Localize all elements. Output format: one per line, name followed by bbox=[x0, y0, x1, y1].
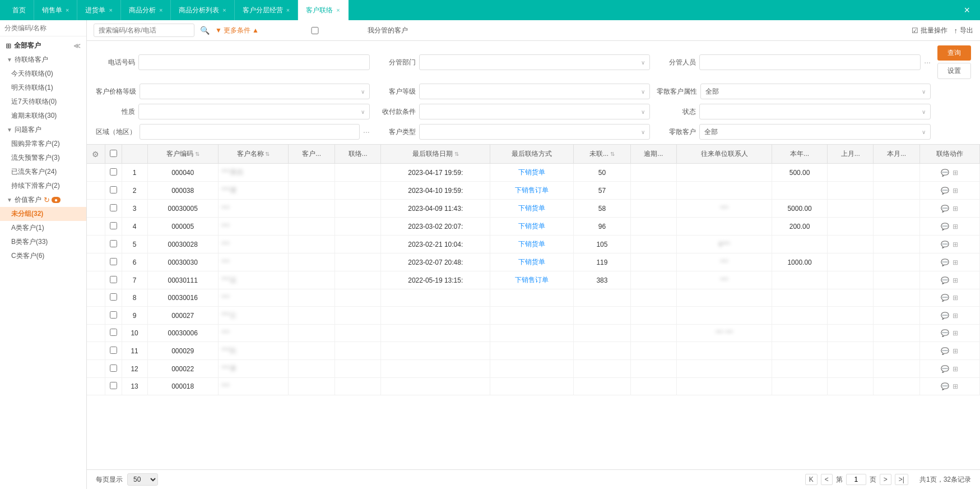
sidebar-item-a-class[interactable]: A类客户(1) bbox=[0, 221, 86, 235]
search-input[interactable] bbox=[94, 24, 194, 37]
payment-select[interactable]: ∨ bbox=[419, 104, 651, 119]
grid-action-icon-10[interactable]: ⊞ bbox=[953, 347, 958, 355]
col-last-date-header[interactable]: 最后联络日期 bbox=[381, 145, 490, 164]
row-checkbox-1[interactable] bbox=[110, 186, 117, 193]
row-last-way-10[interactable] bbox=[490, 342, 574, 360]
reset-button[interactable]: 设置 bbox=[937, 63, 971, 79]
nav-product-analysis[interactable]: 商品分析 × bbox=[121, 0, 171, 20]
col-settings-header[interactable]: ⚙ bbox=[87, 145, 105, 164]
row-check-1[interactable] bbox=[105, 182, 122, 200]
retail-customer-select[interactable]: 全部 ∨ bbox=[699, 124, 931, 140]
close-purchase-tab[interactable]: × bbox=[109, 7, 112, 13]
row-check-3[interactable] bbox=[105, 218, 122, 236]
close-sales-tab[interactable]: × bbox=[66, 7, 69, 13]
row-checkbox-9[interactable] bbox=[110, 329, 117, 336]
row-checkbox-10[interactable] bbox=[110, 347, 117, 354]
grid-action-icon-2[interactable]: ⊞ bbox=[953, 205, 958, 213]
grid-action-icon-9[interactable]: ⊞ bbox=[953, 329, 958, 337]
close-customer-tier-tab[interactable]: × bbox=[286, 7, 290, 13]
nav-product-list[interactable]: 商品分析列表 × bbox=[171, 0, 234, 20]
row-check-4[interactable] bbox=[105, 236, 122, 253]
row-checkbox-12[interactable] bbox=[110, 382, 117, 389]
row-action-6[interactable]: 💬 ⊞ bbox=[919, 271, 979, 289]
row-check-7[interactable] bbox=[105, 289, 122, 307]
grid-action-icon-11[interactable]: ⊞ bbox=[953, 365, 958, 373]
row-last-way-2[interactable]: 下销货单 bbox=[490, 200, 574, 218]
row-last-way-6[interactable]: 下销售订单 bbox=[490, 271, 574, 289]
sidebar-item-churned[interactable]: 已流失客户(24) bbox=[0, 165, 86, 179]
close-all-btn[interactable]: × bbox=[958, 4, 976, 16]
grid-action-icon-4[interactable]: ⊞ bbox=[953, 241, 958, 248]
chat-icon-4[interactable]: 💬 bbox=[941, 241, 949, 248]
region-input[interactable] bbox=[140, 124, 360, 140]
row-checkbox-7[interactable] bbox=[110, 293, 117, 301]
chat-icon-3[interactable]: 💬 bbox=[941, 223, 949, 230]
chat-icon-1[interactable]: 💬 bbox=[941, 187, 949, 195]
row-last-way-7[interactable] bbox=[490, 289, 574, 307]
chat-icon-9[interactable]: 💬 bbox=[941, 329, 949, 337]
row-action-3[interactable]: 💬 ⊞ bbox=[919, 218, 979, 236]
phone-input[interactable] bbox=[138, 54, 370, 70]
sidebar-search-input[interactable] bbox=[4, 24, 87, 32]
chat-icon-0[interactable]: 💬 bbox=[941, 169, 949, 177]
region-dotbtn[interactable]: ··· bbox=[363, 127, 370, 136]
row-action-2[interactable]: 💬 ⊞ bbox=[919, 200, 979, 218]
row-last-way-0[interactable]: 下销货单 bbox=[490, 164, 574, 182]
row-action-1[interactable]: 💬 ⊞ bbox=[919, 182, 979, 200]
row-check-2[interactable] bbox=[105, 200, 122, 218]
row-last-way-5[interactable]: 下销货单 bbox=[490, 253, 574, 271]
chat-icon-11[interactable]: 💬 bbox=[941, 365, 949, 373]
row-checkbox-11[interactable] bbox=[110, 365, 117, 372]
nav-sales[interactable]: 销售单 × bbox=[34, 0, 77, 20]
row-check-12[interactable] bbox=[105, 378, 122, 395]
row-last-way-11[interactable] bbox=[490, 360, 574, 378]
grid-action-icon-3[interactable]: ⊞ bbox=[953, 223, 958, 230]
last-page-btn[interactable]: >| bbox=[895, 474, 908, 485]
col-checkbox-header[interactable] bbox=[105, 145, 122, 164]
manager-input[interactable] bbox=[699, 54, 921, 70]
per-page-select[interactable]: 50 100 200 bbox=[127, 473, 158, 486]
chat-icon-10[interactable]: 💬 bbox=[941, 347, 949, 355]
grid-action-icon-0[interactable]: ⊞ bbox=[953, 169, 958, 177]
grid-action-icon-12[interactable]: ⊞ bbox=[953, 382, 958, 390]
select-all-checkbox[interactable] bbox=[110, 150, 117, 157]
row-checkbox-0[interactable] bbox=[110, 168, 117, 176]
retail-attr-select[interactable]: 全部 ∨ bbox=[700, 84, 931, 99]
row-last-way-3[interactable]: 下销货单 bbox=[490, 218, 574, 236]
next-page-btn[interactable]: > bbox=[880, 474, 891, 485]
grid-action-icon-5[interactable]: ⊞ bbox=[953, 259, 958, 266]
first-page-btn[interactable]: K bbox=[805, 474, 818, 485]
nav-home[interactable]: 首页 bbox=[4, 0, 34, 20]
col-code-header[interactable]: 客户编码 bbox=[147, 145, 218, 164]
price-level-select[interactable]: ∨ bbox=[140, 84, 370, 99]
row-check-9[interactable] bbox=[105, 325, 122, 342]
chat-icon-12[interactable]: 💬 bbox=[941, 382, 949, 390]
grid-action-icon-7[interactable]: ⊞ bbox=[953, 294, 958, 302]
col-unlink-header[interactable]: 未联... bbox=[574, 145, 630, 164]
row-last-way-12[interactable] bbox=[490, 378, 574, 395]
query-button[interactable]: 查询 bbox=[937, 45, 971, 61]
grid-action-icon-1[interactable]: ⊞ bbox=[953, 187, 958, 195]
row-check-8[interactable] bbox=[105, 307, 122, 325]
row-checkbox-3[interactable] bbox=[110, 222, 117, 229]
row-last-way-8[interactable] bbox=[490, 307, 574, 325]
chat-icon-5[interactable]: 💬 bbox=[941, 259, 949, 266]
row-last-way-4[interactable]: 下销货单 bbox=[490, 236, 574, 253]
grid-action-icon-8[interactable]: ⊞ bbox=[953, 312, 958, 320]
sidebar-item-overdue[interactable]: 逾期未联络(30) bbox=[0, 109, 86, 123]
page-number-input[interactable] bbox=[846, 474, 866, 485]
customer-type-select[interactable]: ∨ bbox=[419, 124, 651, 140]
row-action-12[interactable]: 💬 ⊞ bbox=[919, 378, 979, 395]
nav-customer-tier[interactable]: 客户分层经营 × bbox=[235, 0, 298, 20]
status-select[interactable]: ∨ bbox=[699, 104, 931, 119]
refresh-icon[interactable]: ↻ bbox=[44, 196, 50, 204]
row-action-5[interactable]: 💬 ⊞ bbox=[919, 253, 979, 271]
row-check-11[interactable] bbox=[105, 360, 122, 378]
row-last-way-9[interactable] bbox=[490, 325, 574, 342]
row-action-10[interactable]: 💬 ⊞ bbox=[919, 342, 979, 360]
sidebar-collapse-btn[interactable]: ≪ bbox=[73, 42, 81, 50]
sidebar-item-declining[interactable]: 持续下滑客户(2) bbox=[0, 179, 86, 193]
grid-action-icon-6[interactable]: ⊞ bbox=[953, 276, 958, 284]
close-customer-contact-tab[interactable]: × bbox=[336, 7, 340, 13]
my-customers-checkbox[interactable]: 我分管的客户 bbox=[264, 26, 408, 35]
